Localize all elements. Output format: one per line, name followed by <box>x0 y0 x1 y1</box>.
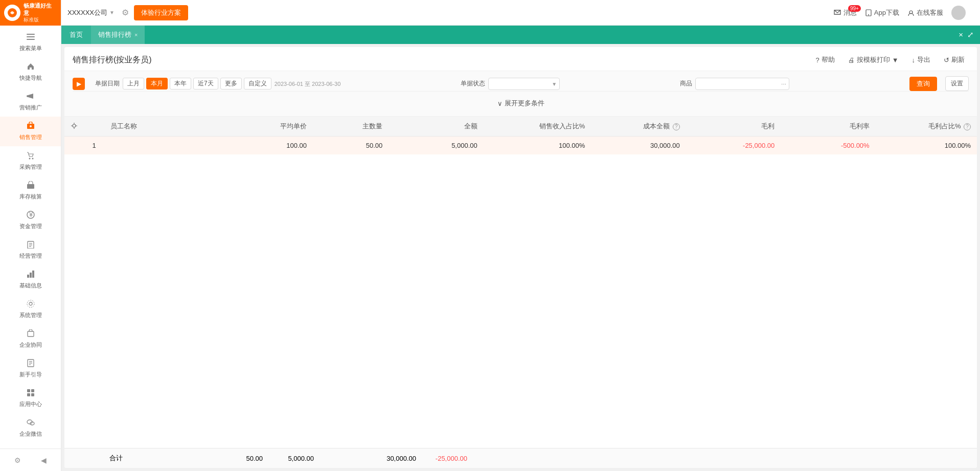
sidebar-item-label-wechat: 企业微信 <box>19 430 42 438</box>
sidebar-item-purchase[interactable]: 采购管理 <box>0 146 61 176</box>
purchase-icon <box>27 151 35 162</box>
col-avg-price: 平均单价 <box>218 117 313 137</box>
print-dropdown-icon: ▼ <box>892 56 899 64</box>
apps-icon <box>27 389 35 399</box>
tab-close-icon[interactable]: × <box>134 32 138 38</box>
expand-conditions-row: ∨ 展开更多条件 <box>73 91 969 111</box>
help-btn[interactable]: ? 帮助 <box>811 53 838 66</box>
row-margin: -500.00% <box>781 137 875 155</box>
settings-btn[interactable]: 设置 <box>945 76 969 91</box>
sidebar-item-label-shortcut: 快捷导航 <box>19 74 42 82</box>
tab-actions: × ⤢ <box>952 30 980 39</box>
grosspct-help-icon[interactable]: ? <box>964 123 971 130</box>
member-icon <box>27 448 35 448</box>
cost-help-icon[interactable]: ? <box>673 123 680 130</box>
tab-sales-ranking-label: 销售排行榜 <box>98 30 131 39</box>
col-margin: 毛利率 <box>781 117 875 137</box>
logo-sub: 标准版 <box>24 16 57 24</box>
sidebar-settings-btn[interactable]: ⚙ <box>14 456 21 464</box>
tabbar: 首页 销售排行榜 × × ⤢ <box>61 26 980 44</box>
marketing-icon <box>27 92 35 102</box>
svg-rect-27 <box>31 389 34 392</box>
svg-point-6 <box>30 125 32 127</box>
sidebar-item-basic[interactable]: 基础信息 <box>0 265 61 295</box>
company-dropdown-icon: ▼ <box>109 10 115 15</box>
expand-conditions-btn[interactable]: ∨ 展开更多条件 <box>497 99 544 108</box>
sidebar-item-system[interactable]: 系统管理 <box>0 295 61 324</box>
svg-point-35 <box>73 124 76 127</box>
sidebar-item-label-corp: 企业协同 <box>19 341 42 349</box>
message-btn[interactable]: 消息 99+ <box>833 8 857 17</box>
app-download-btn[interactable]: App下载 <box>865 8 899 17</box>
sidebar-item-wechat[interactable]: 企业微信 <box>0 413 61 443</box>
company-name: XXXXXX公司 <box>67 8 107 17</box>
sidebar-item-apps[interactable]: 应用中心 <box>0 384 61 413</box>
guide-icon <box>27 359 35 369</box>
sidebar-item-shortcut[interactable]: 快捷导航 <box>0 57 61 87</box>
status-select-container: ▼ <box>488 78 560 90</box>
svg-point-19 <box>29 302 32 305</box>
logo-name: 畅康通好生意 <box>24 2 57 17</box>
sidebar-item-label-guide: 新手引导 <box>19 371 42 378</box>
date-year-btn[interactable]: 本年 <box>170 78 191 89</box>
sidebar-item-search[interactable]: 搜索菜单 <box>0 28 61 57</box>
user-avatar[interactable] <box>951 6 966 20</box>
date-7days-btn[interactable]: 近7天 <box>193 78 218 89</box>
svg-rect-1 <box>27 34 35 35</box>
sidebar-item-corp[interactable]: 企业协同 <box>0 324 61 354</box>
sidebar-item-guide[interactable]: 新手引导 <box>0 354 61 384</box>
print-label: 按模板打印 <box>857 55 890 64</box>
table-row: 1 100.00 50.00 5,000.00 <box>64 137 977 155</box>
export-btn[interactable]: ↓ 导出 <box>908 53 935 66</box>
online-service-btn[interactable]: 在线客服 <box>907 8 943 17</box>
expand-down-icon: ∨ <box>497 100 503 107</box>
refresh-btn[interactable]: ↺ 刷新 <box>940 53 969 66</box>
trial-btn[interactable]: 体验行业方案 <box>134 5 188 20</box>
topbar-right: 消息 99+ App下载 在线客服 <box>833 6 974 20</box>
export-icon: ↓ <box>912 56 916 64</box>
topbar-settings-icon[interactable]: ⚙ <box>122 8 129 17</box>
sidebar-item-sales[interactable]: 销售管理 <box>0 117 61 146</box>
sidebar-item-label-apps: 应用中心 <box>19 400 42 408</box>
svg-rect-3 <box>27 39 35 40</box>
table-header-row: 员工名称 平均单价 主数量 全额 销售收入占比% <box>64 117 977 137</box>
date-prev-month-btn[interactable]: 上月 <box>123 78 144 89</box>
main-area: XXXXXX公司 ▼ ⚙ 体验行业方案 消息 99+ App下载 在线客服 <box>61 0 980 471</box>
tab-home[interactable]: 首页 <box>61 26 91 44</box>
date-range-text: 2023-06-01 至 2023-06-30 <box>275 80 341 88</box>
row-gross-pct: 100.00% <box>876 137 977 155</box>
footer-qty: 50.00 <box>222 455 263 462</box>
svg-rect-17 <box>30 273 32 278</box>
query-btn[interactable]: 查询 <box>909 77 937 91</box>
sidebar-item-member[interactable]: 畅会员 <box>0 443 61 448</box>
svg-rect-9 <box>27 184 34 189</box>
wechat-icon <box>27 418 35 429</box>
tab-sales-ranking[interactable]: 销售排行榜 × <box>91 26 145 44</box>
tab-expand-btn[interactable]: ⤢ <box>967 30 974 39</box>
status-filter-group: 单据状态 ▼ <box>461 78 560 90</box>
date-custom-btn[interactable]: 自定义 <box>244 78 271 89</box>
col-sales-pct: 销售收入占比% <box>484 117 591 137</box>
filter-toggle[interactable]: ▶ <box>73 78 85 90</box>
tab-close-window-btn[interactable]: × <box>959 30 963 39</box>
expand-conditions-label: 展开更多条件 <box>505 99 544 108</box>
date-curr-month-btn[interactable]: 本月 <box>146 78 168 89</box>
sales-icon <box>27 122 35 132</box>
status-select[interactable] <box>488 78 560 90</box>
sidebar-item-finance[interactable]: ¥ 资金管理 <box>0 206 61 235</box>
col-settings[interactable] <box>64 117 84 137</box>
goods-input[interactable] <box>695 78 789 90</box>
company-selector[interactable]: XXXXXX公司 ▼ <box>67 8 115 17</box>
operations-icon <box>27 240 35 251</box>
sidebar-item-marketing[interactable]: 营销推广 <box>0 87 61 117</box>
content-area: 销售排行榜(按业务员) ? 帮助 🖨 按模板打印 ▼ ↓ 导出 ↺ 刷新 <box>64 47 977 468</box>
sidebar-collapse-btn[interactable]: ◀ <box>41 456 47 464</box>
sidebar-item-operations[interactable]: 经营管理 <box>0 235 61 265</box>
footer-cost: 30,000.00 <box>365 455 416 462</box>
sidebar-item-inventory[interactable]: 库存核算 <box>0 176 61 206</box>
print-btn[interactable]: 🖨 按模板打印 ▼ <box>844 53 903 66</box>
filter-expand-icon[interactable]: ▶ <box>73 78 85 90</box>
page-header: 销售排行榜(按业务员) ? 帮助 🖨 按模板打印 ▼ ↓ 导出 ↺ 刷新 <box>64 47 977 71</box>
date-more-btn[interactable]: 更多 <box>220 78 242 89</box>
footer-gross: -25,000.00 <box>416 455 467 462</box>
